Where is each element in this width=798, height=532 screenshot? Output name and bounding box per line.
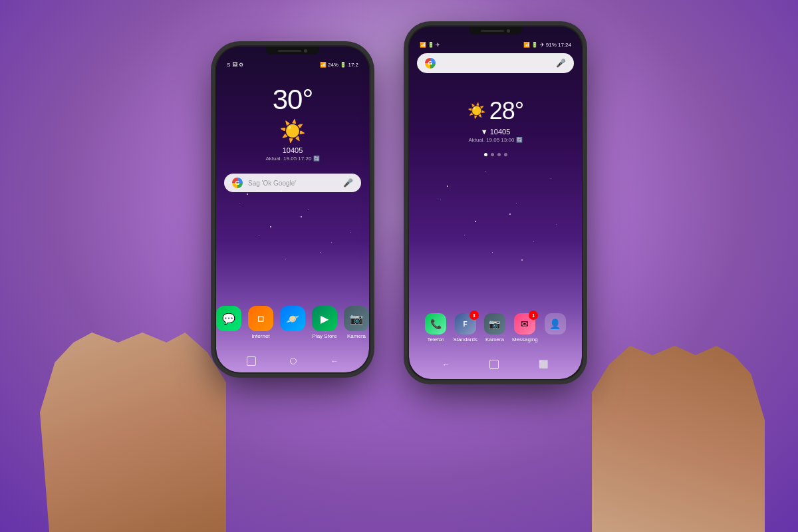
app-more-icon: 👤 xyxy=(545,313,566,334)
nav-recents-left[interactable] xyxy=(247,356,256,366)
nav-back-right[interactable]: ← xyxy=(442,360,450,369)
standards-badge: 3 xyxy=(469,311,479,320)
app-messages[interactable]: 💬 xyxy=(216,306,241,339)
page-dots-right xyxy=(409,153,582,156)
status-right-text: 📶 🔋 ✈ 91% 17:24 xyxy=(523,42,571,48)
temperature-right: 28° xyxy=(489,97,523,125)
app-dock-right: 📞 Telefon F 3 Standards 📷 Kamera xyxy=(409,313,582,342)
app-phone-icon: 📞 xyxy=(425,313,446,334)
google-logo-left: G xyxy=(232,178,243,188)
status-right-text: 📶 24% 🔋 17:2 xyxy=(320,62,358,68)
update-right: Aktual. 19.05 13:00 🔄 xyxy=(416,137,575,143)
app-camera-icon-right: 📷 xyxy=(484,313,505,334)
app-messages-icon: 💬 xyxy=(216,306,241,331)
status-bar-left: S 🖼 ⚙ 📶 24% 🔋 17:2 xyxy=(216,56,369,70)
status-left-icons: S 🖼 ⚙ xyxy=(227,62,243,68)
app-standards[interactable]: F 3 Standards xyxy=(453,313,477,342)
status-left-text: S 🖼 ⚙ xyxy=(227,62,243,68)
phone-left: S 🖼 ⚙ 📶 24% 🔋 17:2 30° ☀️ 10405 Aktual. … xyxy=(216,47,369,372)
update-left: Aktual. 19.05 17:20 🔄 xyxy=(223,156,362,162)
app-playstore-icon: ▶ xyxy=(312,306,337,331)
app-internet[interactable]: ◻ Internet xyxy=(248,306,273,339)
mic-icon-left: 🎤 xyxy=(343,178,353,188)
app-messaging[interactable]: ✉ 1 Messaging xyxy=(512,313,538,342)
app-internet-label: Internet xyxy=(251,333,269,339)
phone-left-screen: S 🖼 ⚙ 📶 24% 🔋 17:2 30° ☀️ 10405 Aktual. … xyxy=(216,47,369,372)
messaging-badge: 1 xyxy=(529,311,538,320)
nav-home-right[interactable] xyxy=(489,360,499,369)
status-right-left-text: 📶 🔋 ✈ xyxy=(420,42,440,48)
weather-icon-right: ☀️ xyxy=(467,102,485,120)
dot-4 xyxy=(504,153,507,156)
app-galaxy[interactable]: 🪐 xyxy=(280,306,305,339)
search-placeholder-left: Sag 'Ok Google' xyxy=(248,180,338,187)
weather-icon-left: ☀️ xyxy=(223,118,362,144)
speaker xyxy=(278,50,301,52)
status-right-left-icons: 📶 🔋 ✈ xyxy=(420,42,440,48)
status-bar-right: 📶 🔋 ✈ 📶 🔋 ✈ 91% 17:24 xyxy=(409,36,582,51)
nav-home-left[interactable] xyxy=(290,358,297,364)
location-left: 10405 xyxy=(223,146,362,154)
app-more[interactable]: 👤 xyxy=(545,313,566,342)
search-bar-left[interactable]: G Sag 'Ok Google' 🎤 xyxy=(224,174,361,192)
app-camera-label-right: Kamera xyxy=(485,336,504,342)
app-standards-label: Standards xyxy=(453,336,477,342)
dot-2 xyxy=(491,153,494,156)
weather-widget-left: 30° ☀️ 10405 Aktual. 19.05 17:20 🔄 xyxy=(216,70,369,168)
location-right: ▼ 10405 xyxy=(416,128,575,136)
temperature-left: 30° xyxy=(223,84,362,116)
phone-right-screen: 📶 🔋 ✈ 📶 🔋 ✈ 91% 17:24 G 🎤 ☀️ 28° ▼ 10405 xyxy=(409,27,582,379)
mic-icon-right: 🎤 xyxy=(556,59,566,68)
dot-1 xyxy=(484,153,487,156)
phone-right-top-notch xyxy=(469,27,522,35)
app-phone-label: Telefon xyxy=(428,336,445,342)
nav-recents-right[interactable]: ⬜ xyxy=(539,360,549,369)
status-right-right-icons: 📶 🔋 ✈ 91% 17:24 xyxy=(523,42,571,48)
app-camera-icon-left: 📷 xyxy=(344,306,369,331)
app-messaging-label: Messaging xyxy=(512,336,538,342)
app-messaging-icon: ✉ 1 xyxy=(514,313,535,334)
nav-bar-right: ← ⬜ xyxy=(409,360,582,369)
app-camera-left[interactable]: 📷 Kamera xyxy=(344,306,369,339)
app-phone[interactable]: 📞 Telefon xyxy=(425,313,446,342)
app-internet-icon: ◻ xyxy=(248,306,273,331)
search-bar-right[interactable]: G 🎤 xyxy=(417,53,574,73)
nav-bar-left: ← xyxy=(216,356,369,366)
phones-container: S 🖼 ⚙ 📶 24% 🔋 17:2 30° ☀️ 10405 Aktual. … xyxy=(0,27,798,532)
nav-back-left[interactable]: ← xyxy=(331,356,338,366)
phone-right: 📶 🔋 ✈ 📶 🔋 ✈ 91% 17:24 G 🎤 ☀️ 28° ▼ 10405 xyxy=(409,27,582,379)
app-playstore[interactable]: ▶ Play Store xyxy=(312,306,337,339)
status-right-icons: 📶 24% 🔋 17:2 xyxy=(320,62,358,68)
app-camera-right[interactable]: 📷 Kamera xyxy=(484,313,505,342)
weather-widget-right: ☀️ 28° ▼ 10405 Aktual. 19.05 13:00 🔄 xyxy=(409,78,582,150)
app-standards-icon: F 3 xyxy=(455,313,476,334)
front-camera xyxy=(304,49,307,53)
phone-left-top-notch xyxy=(266,47,319,55)
speaker-right xyxy=(481,30,504,32)
front-camera-right xyxy=(507,29,510,33)
app-galaxy-icon: 🪐 xyxy=(280,306,305,331)
app-dock-left: 💬 ◻ Internet 🪐 ▶ xyxy=(216,306,369,339)
dot-3 xyxy=(497,153,501,156)
google-logo-right: G xyxy=(425,58,436,68)
app-playstore-label: Play Store xyxy=(313,333,337,339)
app-camera-label-left: Kamera xyxy=(347,333,366,339)
